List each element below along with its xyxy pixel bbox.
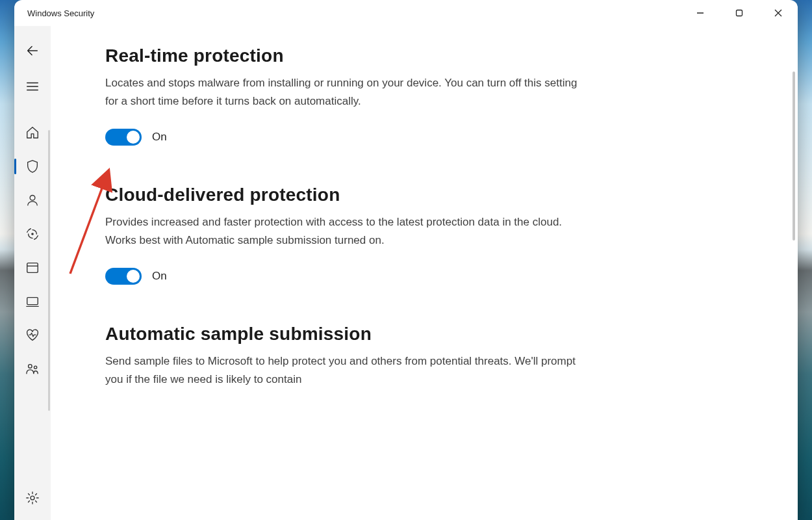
window-title: Windows Security <box>27 8 94 18</box>
home-icon <box>25 125 40 140</box>
nav-settings[interactable] <box>14 481 51 515</box>
minimize-icon <box>696 9 704 17</box>
realtime-protection-toggle[interactable] <box>105 129 142 146</box>
maximize-button[interactable] <box>720 0 759 26</box>
toggle-state-label: On <box>152 131 167 144</box>
toggle-knob <box>127 131 140 144</box>
svg-point-1 <box>30 195 35 200</box>
svg-rect-0 <box>737 10 742 16</box>
section-title: Automatic sample submission <box>105 324 586 344</box>
nav-virus-protection[interactable] <box>14 150 51 183</box>
window-controls <box>681 0 798 26</box>
section-sample-submission: Automatic sample submission Send sample … <box>105 324 586 389</box>
nav-account-protection[interactable] <box>14 183 51 217</box>
nav-firewall[interactable] <box>14 217 51 251</box>
hamburger-icon <box>25 79 40 94</box>
svg-rect-4 <box>27 298 38 305</box>
firewall-icon <box>25 227 40 241</box>
toggle-state-label: On <box>152 270 167 283</box>
nav-home[interactable] <box>14 116 51 150</box>
back-arrow-icon <box>25 44 40 58</box>
section-description: Send sample files to Microsoft to help p… <box>105 352 586 389</box>
maximize-icon <box>735 9 743 17</box>
titlebar: Windows Security <box>14 0 798 26</box>
svg-rect-3 <box>27 263 38 273</box>
back-button[interactable] <box>14 31 51 70</box>
svg-point-2 <box>31 233 34 235</box>
device-security-icon <box>25 294 40 309</box>
nav-device-security[interactable] <box>14 285 51 318</box>
app-window: Windows Security <box>14 0 798 520</box>
minimize-button[interactable] <box>681 0 720 26</box>
svg-point-5 <box>29 365 32 369</box>
sidebar <box>14 26 51 520</box>
svg-point-6 <box>34 366 36 369</box>
content-scrollbar[interactable] <box>793 72 795 240</box>
app-browser-icon <box>25 261 40 275</box>
content-area: Real-time protection Locates and stops m… <box>51 26 798 520</box>
gear-icon <box>25 491 40 505</box>
shield-icon <box>25 159 40 174</box>
section-cloud-protection: Cloud-delivered protection Provides incr… <box>105 185 586 285</box>
nav-menu-button[interactable] <box>14 70 51 103</box>
svg-point-7 <box>31 496 34 500</box>
close-icon <box>774 9 782 17</box>
cloud-protection-toggle[interactable] <box>105 268 142 285</box>
section-title: Real-time protection <box>105 46 586 66</box>
section-realtime-protection: Real-time protection Locates and stops m… <box>105 46 586 146</box>
nav-device-performance[interactable] <box>14 318 51 352</box>
family-icon <box>25 362 40 376</box>
section-description: Provides increased and faster protection… <box>105 213 586 250</box>
account-icon <box>25 193 40 207</box>
toggle-knob <box>127 270 140 283</box>
nav-family-options[interactable] <box>14 352 51 386</box>
section-title: Cloud-delivered protection <box>105 185 586 205</box>
close-button[interactable] <box>759 0 798 26</box>
sidebar-scroll-indicator <box>48 130 50 411</box>
heart-pulse-icon <box>25 328 40 343</box>
nav-app-browser-control[interactable] <box>14 251 51 285</box>
section-description: Locates and stops malware from installin… <box>105 74 586 110</box>
